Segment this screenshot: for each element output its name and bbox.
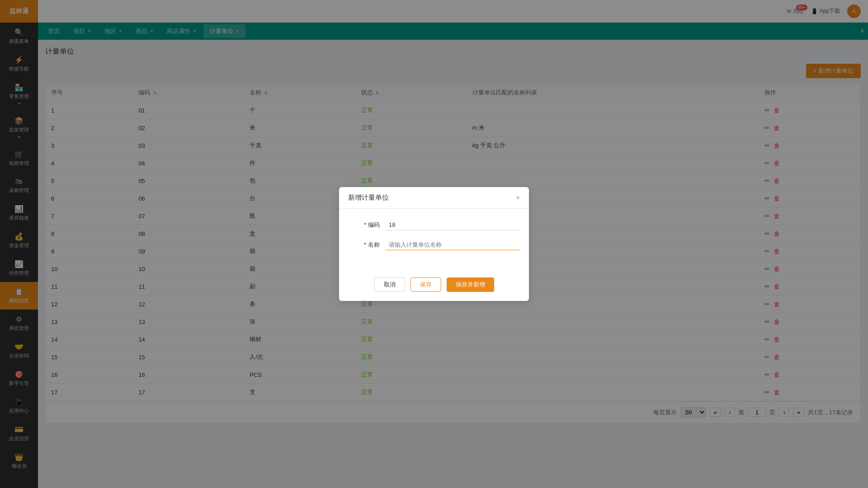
save-button[interactable]: 保存 bbox=[410, 277, 441, 292]
cancel-button[interactable]: 取消 bbox=[374, 277, 405, 292]
add-measure-unit-modal: 新增计量单位 × * 编码 * 名称 取消 保存 保存并新增 bbox=[339, 187, 529, 301]
name-field-row: * 名称 bbox=[348, 239, 520, 250]
modal-overlay: 新增计量单位 × * 编码 * 名称 取消 保存 保存并新增 bbox=[0, 0, 868, 488]
modal-close-button[interactable]: × bbox=[516, 194, 520, 202]
save-and-new-button[interactable]: 保存并新增 bbox=[447, 277, 494, 292]
modal-header: 新增计量单位 × bbox=[339, 187, 529, 209]
code-field-row: * 编码 bbox=[348, 220, 520, 230]
code-field-label: * 编码 bbox=[348, 221, 380, 229]
name-field-label: * 名称 bbox=[348, 241, 380, 249]
modal-body: * 编码 * 名称 bbox=[339, 209, 529, 270]
code-input[interactable] bbox=[385, 220, 520, 230]
modal-footer: 取消 保存 保存并新增 bbox=[339, 270, 529, 301]
name-input[interactable] bbox=[385, 239, 520, 250]
modal-title: 新增计量单位 bbox=[348, 193, 389, 202]
